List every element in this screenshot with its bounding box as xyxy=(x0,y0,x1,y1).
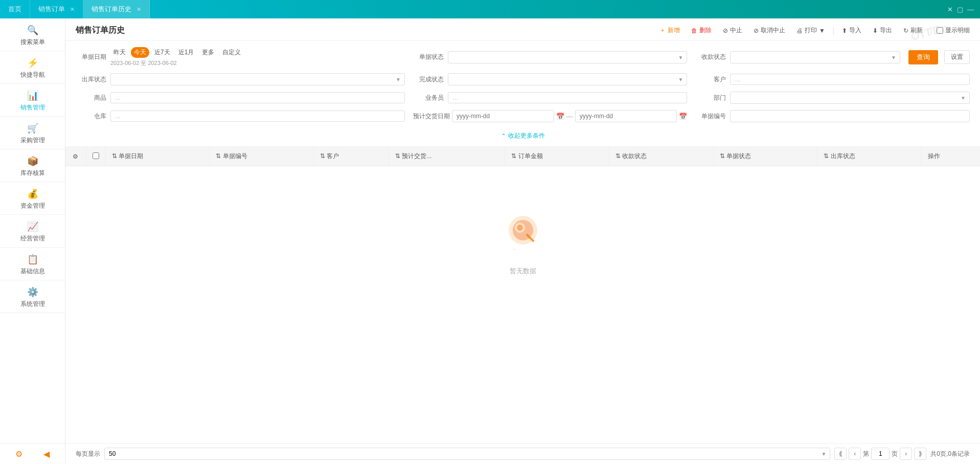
order-status-select-wrapper: ▼ xyxy=(448,51,688,63)
print-button[interactable]: 🖨 打印 ▼ xyxy=(793,25,828,36)
sidebar-settings-icon[interactable]: ⚙ xyxy=(15,449,22,459)
sidebar-item-inventory-label: 库存核算 xyxy=(20,169,45,178)
toolbar-divider-2 xyxy=(931,27,931,35)
filter-completion-item: 完成状态 ▼ xyxy=(413,73,688,85)
th-checkbox[interactable] xyxy=(86,147,105,166)
delivery-date-start-input[interactable] xyxy=(452,110,554,122)
calendar-start-icon[interactable]: 📅 xyxy=(556,113,564,120)
import-button[interactable]: ⬆ 导入 xyxy=(839,25,864,36)
tab-home-label: 首页 xyxy=(8,5,21,14)
page-number-input[interactable] xyxy=(871,448,890,460)
warehouse-input[interactable]: … xyxy=(110,111,405,122)
department-label: 部门 xyxy=(695,94,726,102)
department-select[interactable] xyxy=(730,92,970,104)
empty-text: 暂无数据 xyxy=(510,267,536,276)
page-nav: ⟪ ‹ 第 页 › ⟫ xyxy=(834,448,926,460)
date-tabs: 昨天 今天 近7天 近1月 更多 自定义 xyxy=(110,47,405,58)
topbar-restore-icon[interactable]: ▢ xyxy=(957,6,963,13)
order-status-select[interactable] xyxy=(448,51,688,63)
total-info: 共0页,0条记录 xyxy=(930,450,970,458)
page-next-button[interactable]: › xyxy=(900,448,912,460)
sidebar-item-finance[interactable]: 💰 资金管理 xyxy=(0,182,65,215)
sidebar-item-system[interactable]: ⚙️ 系统管理 xyxy=(0,280,65,313)
sidebar-item-system-label: 系统管理 xyxy=(20,300,45,308)
salesperson-label: 业务员 xyxy=(413,94,444,102)
th-date[interactable]: ⇅ 单据日期 xyxy=(105,147,210,166)
completion-status-select[interactable] xyxy=(448,73,688,85)
th-gear[interactable]: ⚙ xyxy=(65,147,86,166)
salesperson-input[interactable]: … xyxy=(448,92,688,103)
th-number[interactable]: ⇅ 单据编号 xyxy=(210,147,314,166)
th-order-status-label: ⇅ 单据状态 xyxy=(720,152,751,160)
th-outbound-status[interactable]: ⇅ 出库状态 xyxy=(817,147,922,166)
sidebar-item-operations[interactable]: 📈 经营管理 xyxy=(0,215,65,248)
collapse-button[interactable]: ⌃ 收起更多条件 xyxy=(501,131,545,140)
delivery-date-label: 预计交货日期 xyxy=(413,112,450,121)
date-tab-7days[interactable]: 近7天 xyxy=(151,47,173,58)
date-tab-custom[interactable]: 自定义 xyxy=(219,47,244,58)
th-customer[interactable]: ⇅ 客户 xyxy=(313,147,389,166)
delivery-date-end-input[interactable] xyxy=(575,110,677,122)
product-input[interactable]: … xyxy=(110,92,405,103)
sidebar-item-finance-label: 资金管理 xyxy=(20,202,45,210)
customer-input[interactable]: … xyxy=(730,74,970,85)
date-tab-yesterday[interactable]: 昨天 xyxy=(110,47,129,58)
date-tab-today[interactable]: 今天 xyxy=(131,47,149,58)
sidebar-item-search[interactable]: 🔍 搜索菜单 xyxy=(0,18,65,51)
sidebar-item-purchase-label: 采购管理 xyxy=(20,136,45,145)
salesperson-dots: … xyxy=(452,95,458,101)
tab-home[interactable]: 首页 xyxy=(0,0,30,18)
tab-sales-order-close[interactable]: ✕ xyxy=(70,6,75,13)
toolbar: ＋ 新增 🗑 删除 ⊘ 中止 ⊘ 取消中止 🖨 打印 xyxy=(656,25,970,36)
sidebar-item-operations-label: 经营管理 xyxy=(20,234,45,243)
table-header: ⚙ ⇅ 单据日期 ⇅ 单据编号 ⇅ 客户 xyxy=(65,147,980,166)
topbar-close-icon[interactable]: ✕ xyxy=(947,6,953,13)
refresh-button[interactable]: ↻ 刷新 xyxy=(900,25,926,36)
sales-icon: 📊 xyxy=(27,90,38,101)
sidebar-item-quick-nav[interactable]: ⚡ 快捷导航 xyxy=(0,51,65,84)
select-all-checkbox[interactable] xyxy=(93,152,99,159)
product-label: 商品 xyxy=(76,94,106,102)
sidebar-item-purchase[interactable]: 🛒 采购管理 xyxy=(0,117,65,149)
stop-button[interactable]: ⊘ 中止 xyxy=(720,25,745,36)
calendar-end-icon[interactable]: 📅 xyxy=(679,113,687,120)
sidebar-item-inventory[interactable]: 📦 库存核算 xyxy=(0,149,65,182)
per-page-select-wrapper: 20 50 100 ▼ xyxy=(104,448,830,460)
sidebar-item-sales[interactable]: 📊 销售管理 xyxy=(0,84,65,117)
th-number-label: ⇅ 单据编号 xyxy=(216,152,247,160)
date-range: 2023-06-02 至 2023-06-02 xyxy=(110,59,405,67)
sidebar-collapse-icon[interactable]: ◀ xyxy=(43,449,50,459)
filter-delivery-item: 预计交货日期 📅 — 📅 xyxy=(413,110,688,122)
page-prev-button[interactable]: ‹ xyxy=(849,448,861,460)
tab-sales-order[interactable]: 销售订单 ✕ xyxy=(30,0,83,18)
settings-button[interactable]: 设置 xyxy=(944,50,970,64)
th-payment-status[interactable]: ⇅ 收款状态 xyxy=(609,147,713,166)
tab-sales-order-history-close[interactable]: ✕ xyxy=(136,6,141,13)
product-dots: … xyxy=(115,95,121,101)
tab-sales-order-history[interactable]: 销售订单历史 ✕ xyxy=(83,0,150,18)
page-last-button[interactable]: ⟫ xyxy=(914,448,926,460)
filter-salesperson-item: 业务员 … xyxy=(413,92,688,103)
date-tab-more[interactable]: 更多 xyxy=(199,47,217,58)
order-number-input[interactable] xyxy=(730,110,970,122)
th-amount[interactable]: ⇅ 订单金额 xyxy=(505,147,609,166)
export-button[interactable]: ⬇ 导出 xyxy=(870,25,895,36)
display-detail-checkbox[interactable] xyxy=(937,27,943,34)
th-order-status[interactable]: ⇅ 单据状态 xyxy=(713,147,817,166)
sidebar-item-basic-info[interactable]: 📋 基础信息 xyxy=(0,248,65,280)
delete-button[interactable]: 🗑 删除 xyxy=(688,25,715,36)
filter-row-4: 仓库 … 预计交货日期 📅 — 📅 单据编号 xyxy=(76,110,970,122)
page-first-button[interactable]: ⟪ xyxy=(834,448,847,460)
cancel-stop-button[interactable]: ⊘ 取消中止 xyxy=(750,25,788,36)
date-tab-1month[interactable]: 近1月 xyxy=(175,47,197,58)
add-button[interactable]: ＋ 新增 xyxy=(656,25,683,36)
th-delivery[interactable]: ⇅ 预计交货... xyxy=(389,147,505,166)
topbar-minimize-icon[interactable]: — xyxy=(967,6,974,13)
system-icon: ⚙️ xyxy=(27,286,38,298)
outbound-status-select[interactable] xyxy=(110,73,405,85)
query-button[interactable]: 查询 xyxy=(908,50,938,64)
display-detail-label[interactable]: 显示明细 xyxy=(937,26,970,35)
top-tabs: 首页 销售订单 ✕ 销售订单历史 ✕ xyxy=(0,0,941,18)
payment-status-select[interactable] xyxy=(730,51,900,63)
per-page-select[interactable]: 20 50 100 xyxy=(104,448,830,460)
